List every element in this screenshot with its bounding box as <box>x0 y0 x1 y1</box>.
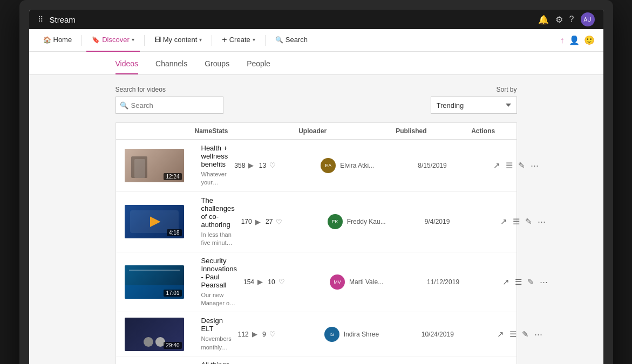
sort-icon[interactable]: ↑ <box>560 36 565 45</box>
tab-bar: Videos Channels Groups People <box>29 52 603 75</box>
edit-icon[interactable]: ✎ <box>522 329 529 339</box>
video-stats: 112 ▶ 9 ♡ <box>238 330 324 338</box>
more-icon[interactable]: ⋯ <box>540 277 548 287</box>
table-row[interactable]: 17:01 Security Innovations - Paul Pearsa… <box>116 252 517 313</box>
video-duration: 29:40 <box>164 342 181 349</box>
search-nav-icon: 🔍 <box>275 36 283 44</box>
video-duration: 17:01 <box>164 290 181 297</box>
uploader-name: Elvira Atki... <box>340 162 374 169</box>
uploader-cell: IS Indira Shree <box>324 327 422 342</box>
video-info: Design ELT Novembers monthly meeting <box>195 317 238 352</box>
more-icon[interactable]: ⋯ <box>531 161 539 170</box>
table-row[interactable]: 4:18 The challenges of co-authoring In l… <box>116 192 517 252</box>
table-row[interactable]: 29:40 Design ELT Novembers monthly meeti… <box>116 312 517 356</box>
emoji-icon[interactable]: 🙂 <box>584 35 595 45</box>
table-row[interactable]: 12:24 Health + wellness benefits Whateve… <box>116 140 517 192</box>
share-icon[interactable]: ↗ <box>497 329 504 339</box>
actions-cell: ↗ ☰ ✎ ⋯ <box>502 277 567 287</box>
details-icon[interactable]: ☰ <box>515 277 522 287</box>
tab-channels[interactable]: Channels <box>155 52 187 74</box>
video-title[interactable]: Security Innovations - Paul Pearsall <box>201 257 237 289</box>
video-description: Our new Manager of New Product Operation… <box>201 291 237 308</box>
search-input-wrap: 🔍 <box>115 97 223 114</box>
edit-icon[interactable]: ✎ <box>518 161 525 170</box>
heart-icon: ♡ <box>276 218 282 226</box>
edit-icon[interactable]: ✎ <box>525 217 532 226</box>
notification-icon[interactable]: 🔔 <box>538 15 549 25</box>
nav-discover[interactable]: 🔖 Discover ▾ <box>86 29 140 52</box>
table-header: Name Stats Uploader Published Actions <box>116 123 517 140</box>
details-icon[interactable]: ☰ <box>506 161 513 170</box>
search-input[interactable] <box>115 97 223 114</box>
uploader-avatar: MV <box>330 274 345 290</box>
table-row[interactable]: 44:37 All things considered - Damien Mun… <box>116 356 517 364</box>
more-icon[interactable]: ⋯ <box>538 217 546 226</box>
nav-separator <box>81 35 82 46</box>
settings-icon[interactable]: ⚙ <box>555 15 563 25</box>
video-title[interactable]: Health + wellness benefits <box>201 144 228 168</box>
user-avatar[interactable]: AU <box>581 12 595 26</box>
edit-icon[interactable]: ✎ <box>527 277 534 287</box>
person-icon[interactable]: 👤 <box>569 35 580 45</box>
video-info: Health + wellness benefits Whatever your… <box>195 144 235 187</box>
video-thumbnail[interactable]: 17:01 <box>125 265 195 299</box>
video-duration: 12:24 <box>164 173 181 180</box>
discover-icon: 🔖 <box>92 36 100 44</box>
uploader-cell: FK Freddy Kau... <box>328 214 425 229</box>
home-icon: 🏠 <box>43 36 51 44</box>
play-icon: ▶ <box>252 330 257 338</box>
uploader-name: Marti Vale... <box>349 278 383 286</box>
share-icon[interactable]: ↗ <box>500 217 507 226</box>
nav-separator-2 <box>144 35 145 46</box>
uploader-name: Freddy Kau... <box>347 218 386 225</box>
published-date: 8/15/2019 <box>418 162 493 169</box>
video-title[interactable]: All things considered - Damien Mundy <box>201 361 236 364</box>
sort-section: Sort by Trending Most views Most likes N… <box>431 86 517 114</box>
video-stats: 170 ▶ 27 ♡ <box>241 218 328 226</box>
app-title: Stream <box>50 15 532 24</box>
view-count: 170 <box>241 218 252 225</box>
tab-videos[interactable]: Videos <box>115 52 139 74</box>
tab-groups[interactable]: Groups <box>205 52 229 74</box>
more-icon[interactable]: ⋯ <box>534 329 542 339</box>
video-stats: 154 ▶ 10 ♡ <box>243 278 330 286</box>
share-icon[interactable]: ↗ <box>502 277 509 287</box>
details-icon[interactable]: ☰ <box>509 329 517 339</box>
share-icon[interactable]: ↗ <box>493 161 500 170</box>
video-description: In less than five minutes, we'll demo ho… <box>201 231 235 248</box>
details-icon[interactable]: ☰ <box>513 217 520 226</box>
help-icon[interactable]: ? <box>569 15 574 24</box>
discover-chevron-icon: ▾ <box>132 37 134 43</box>
video-title[interactable]: The challenges of co-authoring <box>201 196 235 229</box>
video-info: Security Innovations - Paul Pearsall Our… <box>195 257 244 308</box>
play-icon: ▶ <box>248 161 254 169</box>
video-thumbnail[interactable]: 4:18 <box>125 205 195 238</box>
video-description: Whatever your current fitness level and … <box>201 170 228 187</box>
video-title[interactable]: Design ELT <box>201 317 232 333</box>
uploader-cell: EA Elvira Atki... <box>321 158 418 173</box>
nav-separator-4 <box>265 35 266 46</box>
col-name: Name <box>195 127 213 135</box>
nav-home[interactable]: 🏠 Home <box>38 29 78 52</box>
uploader-cell: MV Marti Vale... <box>330 274 427 290</box>
tab-people[interactable]: People <box>247 52 270 74</box>
col-stats: Stats <box>212 127 298 135</box>
sort-select[interactable]: Trending Most views Most likes Newest Ol… <box>431 97 517 114</box>
heart-icon: ♡ <box>269 161 276 169</box>
heart-icon: ♡ <box>278 278 285 286</box>
nav-create[interactable]: + Create ▾ <box>216 29 260 52</box>
nav-my-content-label: My content <box>163 36 198 44</box>
view-count: 112 <box>238 331 249 338</box>
sort-label: Sort by <box>496 86 517 93</box>
nav-search[interactable]: 🔍 Search <box>270 29 313 52</box>
uploader-avatar: EA <box>321 158 336 173</box>
like-count: 9 <box>261 331 266 338</box>
published-date: 9/4/2019 <box>425 218 500 225</box>
col-thumb <box>125 127 195 135</box>
video-thumbnail[interactable]: 12:24 <box>125 149 195 182</box>
app-grid-icon[interactable]: ⠿ <box>38 15 43 24</box>
video-thumbnail[interactable]: 29:40 <box>125 318 195 351</box>
nav-my-content[interactable]: 🎞 My content ▾ <box>149 29 208 52</box>
video-duration: 4:18 <box>167 229 181 236</box>
search-section: Search for videos 🔍 <box>115 86 223 114</box>
